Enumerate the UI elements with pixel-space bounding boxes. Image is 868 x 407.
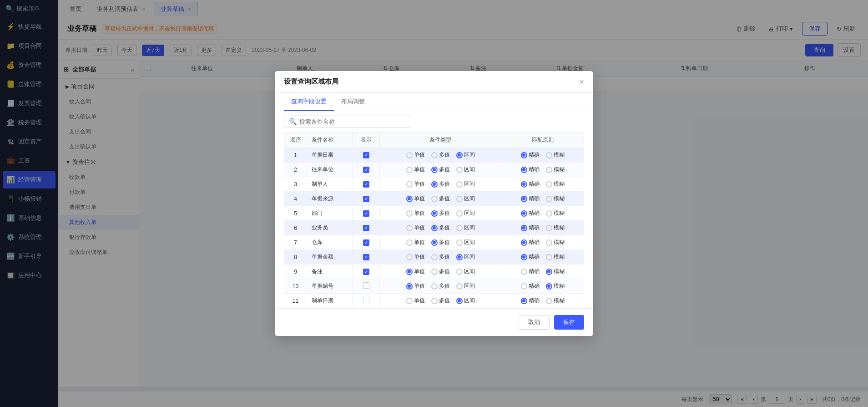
radio-dot-multiple[interactable] [431, 239, 438, 246]
dialog-save-button[interactable]: 保存 [554, 315, 584, 330]
radio-fuzzy[interactable]: 模糊 [546, 209, 565, 217]
radio-single[interactable]: 单值 [406, 209, 425, 217]
row-show-checkbox[interactable]: ✓ [353, 177, 380, 192]
radio-multiple[interactable]: 多值 [431, 180, 450, 188]
row-show-checkbox[interactable]: ✓ [353, 235, 380, 250]
radio-dot-fuzzy[interactable] [546, 167, 552, 173]
radio-dot-range[interactable] [456, 225, 463, 231]
radio-exact[interactable]: 精确 [521, 253, 540, 261]
radio-dot-range[interactable] [456, 254, 463, 260]
radio-multiple[interactable]: 多值 [431, 253, 450, 261]
radio-range[interactable]: 区间 [456, 253, 475, 261]
radio-dot-fuzzy[interactable] [546, 152, 552, 158]
radio-dot-exact[interactable] [521, 298, 527, 304]
radio-dot-multiple[interactable] [431, 269, 438, 275]
radio-fuzzy[interactable]: 模糊 [546, 239, 565, 246]
radio-range[interactable]: 区间 [456, 268, 475, 275]
radio-dot-range[interactable] [456, 167, 463, 173]
radio-dot-multiple[interactable] [431, 167, 438, 173]
radio-dot-single[interactable] [406, 254, 413, 260]
radio-dot-exact[interactable] [521, 239, 527, 246]
checkbox-checked[interactable]: ✓ [363, 210, 369, 217]
radio-fuzzy[interactable]: 模糊 [546, 166, 565, 173]
radio-multiple[interactable]: 多值 [431, 209, 450, 217]
radio-dot-exact[interactable] [521, 210, 527, 217]
checkbox-checked[interactable]: ✓ [363, 152, 369, 158]
radio-single[interactable]: 单值 [406, 253, 425, 261]
checkbox-checked[interactable]: ✓ [363, 167, 369, 173]
radio-dot-range[interactable] [456, 298, 463, 304]
radio-dot-single[interactable] [406, 225, 413, 231]
radio-fuzzy[interactable]: 模糊 [546, 253, 565, 261]
radio-fuzzy[interactable]: 模糊 [546, 180, 565, 188]
radio-dot-single[interactable] [406, 196, 413, 202]
radio-range[interactable]: 区间 [456, 180, 475, 188]
radio-single[interactable]: 单值 [406, 239, 425, 246]
radio-range[interactable]: 区间 [456, 297, 475, 305]
checkbox-checked[interactable]: ✓ [363, 196, 369, 202]
radio-exact[interactable]: 精确 [521, 180, 540, 188]
radio-dot-multiple[interactable] [431, 196, 438, 202]
row-show-checkbox[interactable]: ✓ [353, 148, 380, 163]
radio-dot-fuzzy[interactable] [546, 225, 552, 231]
radio-dot-single[interactable] [406, 210, 413, 217]
radio-dot-multiple[interactable] [431, 283, 438, 290]
radio-dot-range[interactable] [456, 196, 463, 202]
radio-multiple[interactable]: 多值 [431, 297, 450, 305]
radio-multiple[interactable]: 多值 [431, 166, 450, 173]
row-show-checkbox[interactable]: ✓ [353, 250, 380, 265]
radio-dot-exact[interactable] [521, 152, 527, 158]
radio-dot-multiple[interactable] [431, 210, 438, 217]
checkbox-checked[interactable]: ✓ [363, 269, 369, 275]
radio-range[interactable]: 区间 [456, 282, 475, 290]
checkbox-unchecked[interactable] [363, 297, 369, 303]
radio-dot-single[interactable] [406, 152, 413, 158]
radio-dot-exact[interactable] [521, 283, 527, 290]
radio-single[interactable]: 单值 [406, 282, 425, 290]
radio-dot-range[interactable] [456, 181, 463, 188]
checkbox-unchecked[interactable] [363, 282, 369, 289]
radio-dot-range[interactable] [456, 269, 463, 275]
radio-multiple[interactable]: 多值 [431, 151, 450, 159]
radio-dot-fuzzy[interactable] [546, 210, 552, 217]
radio-multiple[interactable]: 多值 [431, 195, 450, 203]
row-show-checkbox[interactable] [353, 279, 380, 294]
radio-dot-multiple[interactable] [431, 152, 438, 158]
radio-fuzzy[interactable]: 模糊 [546, 224, 565, 232]
row-show-checkbox[interactable]: ✓ [353, 221, 380, 235]
radio-range[interactable]: 区间 [456, 166, 475, 173]
radio-dot-range[interactable] [456, 283, 463, 290]
radio-dot-fuzzy[interactable] [546, 196, 552, 202]
radio-fuzzy[interactable]: 模糊 [546, 195, 565, 203]
radio-single[interactable]: 单值 [406, 268, 425, 275]
radio-dot-fuzzy[interactable] [546, 181, 552, 188]
radio-fuzzy[interactable]: 模糊 [546, 151, 565, 159]
cancel-button[interactable]: 取消 [519, 315, 550, 330]
radio-dot-multiple[interactable] [431, 225, 438, 231]
radio-single[interactable]: 单值 [406, 166, 425, 173]
radio-single[interactable]: 单值 [406, 195, 425, 203]
radio-dot-multiple[interactable] [431, 181, 438, 188]
row-show-checkbox[interactable] [353, 294, 380, 308]
radio-exact[interactable]: 精确 [521, 297, 540, 305]
radio-range[interactable]: 区间 [456, 195, 475, 203]
radio-multiple[interactable]: 多值 [431, 224, 450, 232]
radio-fuzzy[interactable]: 模糊 [546, 282, 565, 290]
radio-range[interactable]: 区间 [456, 151, 475, 159]
radio-exact[interactable]: 精确 [521, 224, 540, 232]
radio-multiple[interactable]: 多值 [431, 239, 450, 246]
radio-single[interactable]: 单值 [406, 297, 425, 305]
radio-dot-exact[interactable] [521, 167, 527, 173]
dialog-tab-layout[interactable]: 布局调整 [334, 93, 372, 111]
radio-exact[interactable]: 精确 [521, 166, 540, 173]
radio-dot-fuzzy[interactable] [546, 254, 552, 260]
radio-dot-fuzzy[interactable] [546, 239, 552, 246]
row-show-checkbox[interactable]: ✓ [353, 163, 380, 177]
radio-single[interactable]: 单值 [406, 224, 425, 232]
radio-dot-range[interactable] [456, 152, 463, 158]
radio-exact[interactable]: 精确 [521, 209, 540, 217]
radio-fuzzy[interactable]: 模糊 [546, 297, 565, 305]
radio-dot-single[interactable] [406, 167, 413, 173]
checkbox-checked[interactable]: ✓ [363, 181, 369, 188]
radio-dot-exact[interactable] [521, 196, 527, 202]
